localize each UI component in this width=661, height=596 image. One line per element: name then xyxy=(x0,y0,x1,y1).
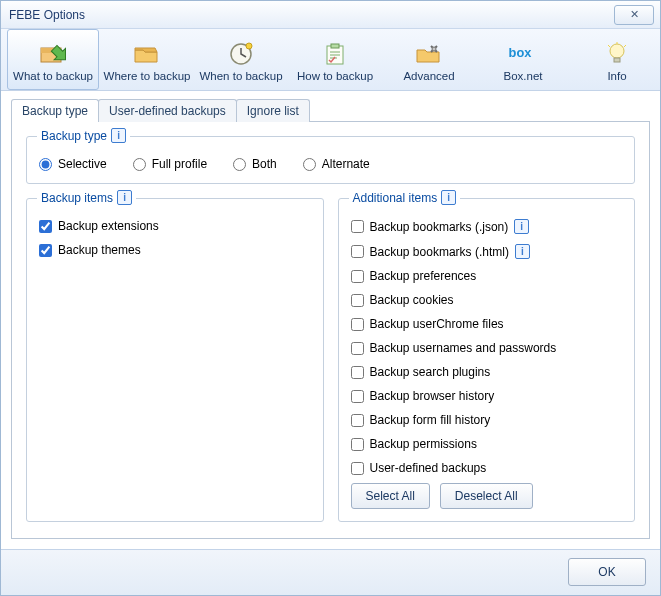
checkbox-label: Backup cookies xyxy=(370,293,454,307)
checkbox-label: Backup form fill history xyxy=(370,413,491,427)
radio-label: Alternate xyxy=(322,157,370,171)
titlebar: FEBE Options ✕ xyxy=(1,1,660,29)
radio-input[interactable] xyxy=(133,158,146,171)
backup-items-legend: Backup items i xyxy=(37,190,136,205)
window-title: FEBE Options xyxy=(7,8,614,22)
svg-point-3 xyxy=(246,43,252,49)
backup-type-legend-text: Backup type xyxy=(41,129,107,143)
info-icon[interactable]: i xyxy=(441,190,456,205)
additional-items-group: Additional items i Backup bookmarks (.js… xyxy=(338,198,636,522)
checkbox-input[interactable] xyxy=(351,414,364,427)
boxnet-icon: box xyxy=(507,40,539,68)
checkbox-input[interactable] xyxy=(39,220,52,233)
checkbox-label: Backup userChrome files xyxy=(370,317,504,331)
toolbar-box-net[interactable]: boxBox.net xyxy=(477,29,569,90)
radio-selective[interactable]: Selective xyxy=(39,157,107,171)
backup-type-radios: SelectiveFull profileBothAlternate xyxy=(39,157,622,171)
backup-type-legend: Backup type i xyxy=(37,128,130,143)
additional-items-list: Backup bookmarks (.json) iBackup bookmar… xyxy=(351,219,623,475)
checkbox-label: Backup bookmarks (.json) xyxy=(370,220,509,234)
close-icon: ✕ xyxy=(630,8,639,21)
ok-button[interactable]: OK xyxy=(568,558,646,586)
items-columns: Backup items i Backup extensionsBackup t… xyxy=(26,198,635,522)
checkbox-input[interactable] xyxy=(351,245,364,258)
checkbox-backup-cookies[interactable]: Backup cookies xyxy=(351,293,623,307)
radio-label: Full profile xyxy=(152,157,207,171)
checkbox-backup-usernames-and-passwords[interactable]: Backup usernames and passwords xyxy=(351,341,623,355)
toolbar-label: Where to backup xyxy=(104,70,191,82)
svg-point-6 xyxy=(432,47,436,51)
radio-both[interactable]: Both xyxy=(233,157,277,171)
content-area: Backup typeUser-defined backupsIgnore li… xyxy=(1,91,660,549)
checkbox-label: Backup search plugins xyxy=(370,365,491,379)
backup-items-group: Backup items i Backup extensionsBackup t… xyxy=(26,198,324,522)
toolbar-label: How to backup xyxy=(297,70,373,82)
toolbar-label: When to backup xyxy=(199,70,282,82)
checkbox-label: Backup bookmarks (.html) xyxy=(370,245,509,259)
clipboard-icon xyxy=(319,40,351,68)
checkbox-label: Backup themes xyxy=(58,243,141,257)
radio-alternate[interactable]: Alternate xyxy=(303,157,370,171)
tab-panel: Backup type i SelectiveFull profileBothA… xyxy=(11,121,650,539)
tabstrip: Backup typeUser-defined backupsIgnore li… xyxy=(11,99,650,122)
deselect-all-button[interactable]: Deselect All xyxy=(440,483,533,509)
svg-rect-5 xyxy=(331,44,339,48)
checkbox-label: Backup extensions xyxy=(58,219,159,233)
select-all-button[interactable]: Select All xyxy=(351,483,430,509)
checkbox-backup-extensions[interactable]: Backup extensions xyxy=(39,219,311,233)
checkbox-label: Backup browser history xyxy=(370,389,495,403)
toolbar-how-to-backup[interactable]: How to backup xyxy=(289,29,381,90)
svg-point-8 xyxy=(610,44,624,58)
radio-input[interactable] xyxy=(39,158,52,171)
toolbar-when-to-backup[interactable]: When to backup xyxy=(195,29,287,90)
checkbox-input[interactable] xyxy=(351,390,364,403)
toolbar-advanced[interactable]: Advanced xyxy=(383,29,475,90)
checkbox-backup-form-fill-history[interactable]: Backup form fill history xyxy=(351,413,623,427)
window: FEBE Options ✕ What to backupWhere to ba… xyxy=(0,0,661,596)
checkbox-label: Backup permissions xyxy=(370,437,477,451)
svg-rect-9 xyxy=(614,58,620,62)
tab-user-defined-backups[interactable]: User-defined backups xyxy=(98,99,237,122)
checkbox-backup-userchrome-files[interactable]: Backup userChrome files xyxy=(351,317,623,331)
additional-items-legend: Additional items i xyxy=(349,190,461,205)
toolbar-where-to-backup[interactable]: Where to backup xyxy=(101,29,193,90)
checkbox-input[interactable] xyxy=(351,366,364,379)
checkbox-backup-themes[interactable]: Backup themes xyxy=(39,243,311,257)
radio-input[interactable] xyxy=(303,158,316,171)
checkbox-label: Backup preferences xyxy=(370,269,477,283)
toolbar-info[interactable]: Info xyxy=(571,29,661,90)
checkbox-backup-preferences[interactable]: Backup preferences xyxy=(351,269,623,283)
checkbox-input[interactable] xyxy=(351,438,364,451)
checkbox-input[interactable] xyxy=(351,318,364,331)
checkbox-backup-bookmarks-json-[interactable]: Backup bookmarks (.json) i xyxy=(351,219,623,234)
info-icon[interactable]: i xyxy=(111,128,126,143)
checkbox-backup-permissions[interactable]: Backup permissions xyxy=(351,437,623,451)
info-icon[interactable]: i xyxy=(514,219,529,234)
tab-ignore-list[interactable]: Ignore list xyxy=(236,99,310,122)
checkbox-input[interactable] xyxy=(351,294,364,307)
checkbox-input[interactable] xyxy=(351,220,364,233)
info-icon[interactable]: i xyxy=(515,244,530,259)
additional-items-legend-text: Additional items xyxy=(353,191,438,205)
tools-icon xyxy=(413,40,445,68)
checkbox-backup-browser-history[interactable]: Backup browser history xyxy=(351,389,623,403)
toolbar-label: Advanced xyxy=(403,70,454,82)
radio-input[interactable] xyxy=(233,158,246,171)
checkbox-input[interactable] xyxy=(39,244,52,257)
tab-backup-type[interactable]: Backup type xyxy=(11,99,99,122)
info-icon[interactable]: i xyxy=(117,190,132,205)
close-button[interactable]: ✕ xyxy=(614,5,654,25)
backup-icon xyxy=(37,40,69,68)
checkbox-input[interactable] xyxy=(351,462,364,475)
toolbar-what-to-backup[interactable]: What to backup xyxy=(7,29,99,90)
checkbox-user-defined-backups[interactable]: User-defined backups xyxy=(351,461,623,475)
toolbar: What to backupWhere to backupWhen to bac… xyxy=(1,29,660,91)
lightbulb-icon xyxy=(601,40,633,68)
checkbox-input[interactable] xyxy=(351,270,364,283)
folder-icon xyxy=(131,40,163,68)
radio-full-profile[interactable]: Full profile xyxy=(133,157,207,171)
checkbox-input[interactable] xyxy=(351,342,364,355)
checkbox-backup-search-plugins[interactable]: Backup search plugins xyxy=(351,365,623,379)
checkbox-backup-bookmarks-html-[interactable]: Backup bookmarks (.html) i xyxy=(351,244,623,259)
toolbar-label: Info xyxy=(607,70,626,82)
